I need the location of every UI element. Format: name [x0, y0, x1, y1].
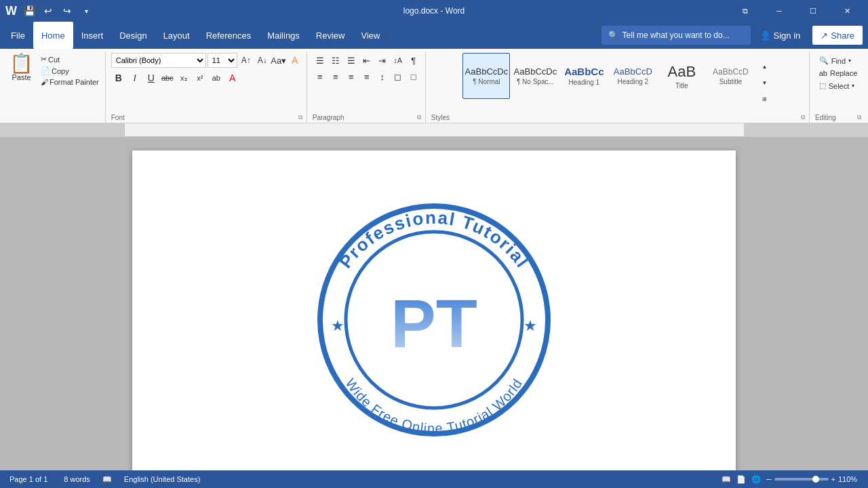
- strikethrough-button[interactable]: abc: [160, 70, 175, 85]
- style-heading1[interactable]: AaBbCc Heading 1: [560, 53, 608, 99]
- show-hide-button[interactable]: ¶: [406, 53, 421, 68]
- align-right-button[interactable]: ≡: [344, 69, 359, 84]
- font-size-select[interactable]: 11: [208, 53, 237, 68]
- zoom-out-button[interactable]: ─: [766, 475, 772, 483]
- underline-button[interactable]: U: [144, 70, 159, 85]
- menu-design[interactable]: Design: [111, 22, 155, 49]
- zoom-in-button[interactable]: +: [831, 475, 835, 483]
- menu-review[interactable]: Review: [308, 22, 353, 49]
- shading-button[interactable]: ◻: [391, 69, 406, 84]
- web-layout-icon[interactable]: 🌐: [751, 475, 761, 484]
- line-spacing-button[interactable]: ↕: [375, 69, 390, 84]
- italic-button[interactable]: I: [127, 70, 142, 85]
- menu-references[interactable]: References: [198, 22, 259, 49]
- paragraph-row1: ☰ ☷ ☰ ⇤ ⇥ ↕A ¶: [313, 53, 421, 68]
- style-heading2[interactable]: AaBbCcD Heading 2: [609, 53, 656, 99]
- customize-quick-access-button[interactable]: ▾: [78, 3, 94, 19]
- page-info[interactable]: Page 1 of 1: [5, 474, 52, 485]
- document-area: ★ ★ PT Professional: [0, 137, 868, 470]
- editing-group: 🔍 Find ▾ ab Replace ⬚ Select ▾ Editing E…: [811, 52, 865, 123]
- minimize-button[interactable]: ─: [764, 0, 795, 22]
- numbering-button[interactable]: ☷: [328, 53, 343, 68]
- person-icon: 👤: [760, 30, 771, 41]
- multilevel-list-button[interactable]: ☰: [344, 53, 359, 68]
- menu-view[interactable]: View: [353, 22, 388, 49]
- ruler-right-side: [745, 123, 868, 136]
- grow-font-button[interactable]: A↑: [239, 53, 254, 68]
- zoom-area: ─ + 110%: [766, 475, 863, 483]
- replace-button[interactable]: ab Replace: [817, 68, 860, 78]
- align-left-button[interactable]: ≡: [313, 69, 328, 84]
- text-highlight-button[interactable]: ab: [209, 70, 224, 85]
- find-dropdown-icon: ▾: [848, 58, 851, 64]
- superscript-button[interactable]: x²: [193, 70, 208, 85]
- menu-home[interactable]: Home: [33, 22, 73, 49]
- editing-expand-button[interactable]: ⧉: [857, 114, 861, 121]
- paragraph-expand-button[interactable]: ⧉: [417, 114, 421, 121]
- format-painter-icon: 🖌: [41, 78, 48, 86]
- window-controls: ⧉ ─ ☐ ✕: [730, 0, 863, 22]
- styles-expand-dialog-button[interactable]: ⧉: [801, 114, 805, 121]
- style-no-spacing[interactable]: AaBbCcDc ¶ No Spac...: [511, 53, 559, 99]
- font-color-button[interactable]: A: [225, 70, 240, 85]
- save-button[interactable]: 💾: [21, 3, 37, 19]
- styles-expand-button[interactable]: ⊞: [757, 92, 772, 106]
- menu-file[interactable]: File: [3, 22, 33, 49]
- share-button[interactable]: ↗ Share: [812, 26, 863, 45]
- format-painter-button[interactable]: 🖌 Format Painter: [39, 77, 101, 87]
- search-bar[interactable]: 🔍 Tell me what you want to do...: [601, 26, 751, 45]
- style-no-spacing-label: ¶ No Spac...: [517, 78, 554, 85]
- menu-insert[interactable]: Insert: [73, 22, 112, 49]
- align-center-button[interactable]: ≡: [328, 69, 343, 84]
- ribbon-content: 📋 Paste ✂ Cut 📄 Copy 🖌 Format Painter: [0, 49, 868, 123]
- menu-mailings[interactable]: Mailings: [259, 22, 308, 49]
- shrink-font-button[interactable]: A↓: [255, 53, 270, 68]
- logo-container[interactable]: ★ ★ PT Professional: [312, 198, 556, 442]
- style-subtitle[interactable]: AaBbCcD Subtitle: [707, 53, 754, 99]
- close-button[interactable]: ✕: [831, 0, 863, 22]
- menu-layout[interactable]: Layout: [155, 22, 198, 49]
- styles-scroll-down-button[interactable]: ▼: [757, 75, 772, 90]
- zoom-slider[interactable]: [774, 478, 829, 481]
- language[interactable]: English (United States): [120, 474, 205, 485]
- sort-button[interactable]: ↕A: [391, 53, 406, 68]
- zoom-level[interactable]: 110%: [838, 475, 863, 483]
- restore-button[interactable]: ⧉: [730, 0, 761, 22]
- sign-in-button[interactable]: 👤 Sign in: [753, 26, 808, 45]
- clear-formatting-button[interactable]: A: [288, 53, 302, 68]
- replace-icon: ab: [819, 69, 827, 77]
- undo-button[interactable]: ↩: [40, 3, 56, 19]
- increase-indent-button[interactable]: ⇥: [375, 53, 390, 68]
- find-button[interactable]: 🔍 Find ▾: [817, 56, 853, 66]
- font-group-label: Font ⧉: [111, 113, 302, 123]
- word-count[interactable]: 8 words: [60, 474, 94, 485]
- cut-button[interactable]: ✂ Cut: [39, 54, 101, 64]
- font-family-select[interactable]: Calibri (Body): [111, 53, 206, 68]
- copy-button[interactable]: 📄 Copy: [39, 66, 101, 76]
- editing-group-label: Editing Editing ⧉: [815, 113, 861, 123]
- maximize-button[interactable]: ☐: [797, 0, 829, 22]
- search-icon: 🔍: [608, 30, 618, 40]
- decrease-indent-button[interactable]: ⇤: [359, 53, 374, 68]
- redo-button[interactable]: ↪: [59, 3, 75, 19]
- print-layout-icon[interactable]: 📄: [736, 475, 746, 484]
- style-normal[interactable]: AaBbCcDc ¶ Normal: [462, 53, 510, 99]
- bold-button[interactable]: B: [111, 70, 126, 85]
- read-mode-icon[interactable]: 📖: [722, 475, 731, 484]
- font-group: Calibri (Body) 11 A↑ A↓ Aa▾ A B I U abc …: [107, 52, 307, 123]
- paragraph-group-label: Paragraph ⧉: [313, 113, 421, 123]
- document-page: ★ ★ PT Professional: [132, 150, 736, 470]
- select-icon: ⬚: [819, 81, 826, 90]
- borders-button[interactable]: □: [406, 69, 421, 84]
- change-case-button[interactable]: Aa▾: [271, 53, 286, 68]
- select-button[interactable]: ⬚ Select ▾: [817, 81, 857, 91]
- justify-button[interactable]: ≡: [359, 69, 374, 84]
- style-title[interactable]: AaB Title: [658, 53, 705, 99]
- styles-scroll-up-button[interactable]: ▲: [757, 59, 772, 74]
- subscript-button[interactable]: x₂: [176, 70, 191, 85]
- font-expand-button[interactable]: ⧉: [298, 114, 302, 121]
- styles-group: AaBbCcDc ¶ Normal AaBbCcDc ¶ No Spac... …: [427, 52, 810, 123]
- bullets-button[interactable]: ☰: [313, 53, 328, 68]
- document-scroll-area[interactable]: ★ ★ PT Professional: [0, 137, 868, 470]
- paste-button[interactable]: 📋 Paste: [7, 53, 36, 83]
